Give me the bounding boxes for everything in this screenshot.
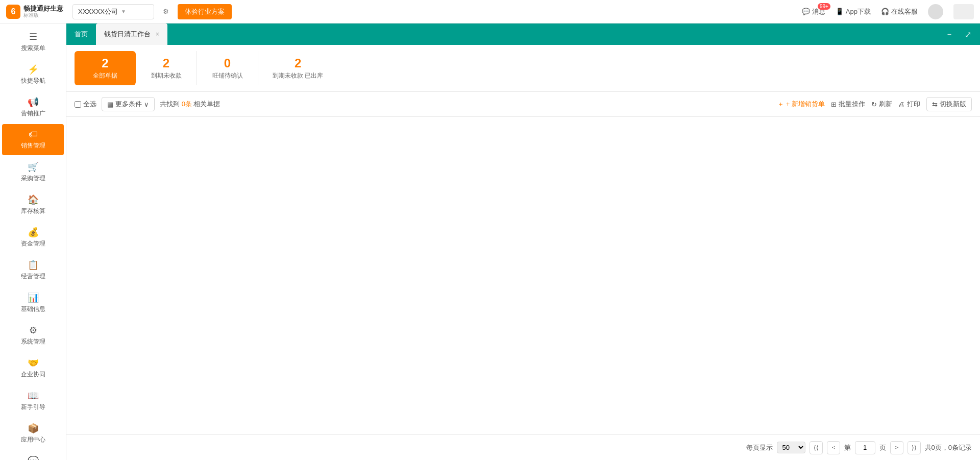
stat-card-0[interactable]: 2 全部单据	[75, 51, 136, 85]
sidebar-icon-7: 📋	[28, 259, 39, 271]
sidebar-item-12[interactable]: 📦 应用中心	[2, 418, 64, 449]
trial-button[interactable]: 体验行业方案	[178, 4, 232, 19]
tab-home[interactable]: 首页	[66, 23, 96, 45]
tab-bar: 首页 钱货日清工作台 × － ⤢	[66, 23, 980, 45]
app-download-button[interactable]: 📱 App下载	[836, 7, 871, 16]
sidebar-label-11: 新手引导	[21, 403, 45, 411]
tab-minimize-button[interactable]: －	[942, 27, 957, 41]
refresh-button[interactable]: ↻ 刷新	[871, 100, 892, 109]
sidebar-item-7[interactable]: 📋 经营管理	[2, 254, 64, 286]
sidebar-item-13[interactable]: 💬 企业微信	[2, 450, 64, 460]
app-icon: 📱	[836, 8, 844, 15]
content-area: 首页 钱货日清工作台 × － ⤢ 2 全部单据 2 到期未收款 0 旺铺待确认 …	[66, 23, 980, 460]
page-label: 第	[844, 443, 851, 452]
first-page-button[interactable]: ⟨⟨	[810, 441, 823, 454]
service-icon: 🎧	[881, 8, 889, 15]
print-icon: 🖨	[898, 101, 905, 108]
pagination-bar: 每页显示 50 100 200 ⟨⟨ ＜ 第 页 ＞ ⟩⟩ 共0页，0条记录	[66, 434, 980, 460]
sidebar-label-6: 资金管理	[21, 239, 45, 248]
logo-sub: 标准版	[23, 12, 63, 18]
company-selector[interactable]: XXXXXX公司 ▼	[72, 4, 154, 19]
message-button[interactable]: 💬 消息 99+	[802, 7, 825, 16]
sidebar-icon-10: 🤝	[28, 357, 39, 369]
sidebar-item-0[interactable]: ☰ 搜索菜单	[2, 26, 64, 58]
sidebar-item-6[interactable]: 💰 资金管理	[2, 222, 64, 253]
switch-label: 切换新版	[940, 100, 966, 109]
online-service-button[interactable]: 🎧 在线客服	[881, 7, 918, 16]
add-sale-button[interactable]: ＋ + 新增销货单	[777, 100, 825, 109]
stat-card-3[interactable]: 2 到期未收款 已出库	[258, 51, 337, 85]
filter-label: 更多条件	[115, 100, 142, 109]
user-name[interactable]	[953, 4, 974, 19]
sidebar-icon-8: 📊	[28, 292, 39, 303]
stat-card-2[interactable]: 0 旺铺待确认	[197, 51, 258, 85]
stat-label-0: 全部单据	[93, 71, 117, 80]
sidebar-icon-1: ⚡	[28, 64, 39, 75]
switch-version-button[interactable]: ⇆ 切换新版	[926, 97, 972, 111]
sidebar-item-5[interactable]: 🏠 库存核算	[2, 189, 64, 221]
active-tab-label: 钱货日清工作台	[104, 30, 151, 39]
found-prefix: 共找到	[160, 100, 180, 108]
app-label: App下载	[846, 7, 871, 16]
tab-close-icon[interactable]: ×	[156, 31, 159, 38]
sidebar-icon-2: 📢	[28, 96, 39, 108]
tab-expand-button[interactable]: ⤢	[961, 27, 975, 41]
last-page-button[interactable]: ⟩⟩	[908, 441, 921, 454]
sidebar-label-2: 营销推广	[21, 109, 45, 118]
page-size-select[interactable]: 50 100 200	[777, 442, 805, 453]
inner-content: 2 全部单据 2 到期未收款 0 旺铺待确认 2 到期未收款 已出库 全选 ▦ …	[66, 45, 980, 460]
switch-icon: ⇆	[932, 101, 938, 108]
page-suffix: 页	[879, 443, 886, 452]
sidebar-item-11[interactable]: 📖 新手引导	[2, 385, 64, 417]
batch-operation-button[interactable]: ⊞ 批量操作	[831, 100, 865, 109]
total-text: 共0页，0条记录	[925, 443, 972, 452]
main-layout: ☰ 搜索菜单 ⚡ 快捷导航 📢 营销推广 🏷 销售管理 🛒 采购管理 🏠 库存核…	[0, 23, 980, 460]
logo-area: 6 畅捷通好生意 标准版	[6, 5, 72, 19]
tab-active[interactable]: 钱货日清工作台 ×	[96, 23, 167, 45]
sidebar-icon-11: 📖	[28, 390, 39, 401]
sidebar-icon-0: ☰	[29, 31, 37, 42]
refresh-label: 刷新	[879, 100, 892, 109]
sidebar-icon-5: 🏠	[28, 194, 39, 205]
sidebar-icon-3: 🏷	[29, 129, 38, 140]
print-button[interactable]: 🖨 打印	[898, 100, 920, 109]
table-area	[66, 117, 980, 434]
message-icon: 💬	[802, 8, 810, 15]
next-page-button[interactable]: ＞	[890, 441, 903, 454]
sidebar: ☰ 搜索菜单 ⚡ 快捷导航 📢 营销推广 🏷 销售管理 🛒 采购管理 🏠 库存核…	[0, 23, 66, 460]
stat-card-1[interactable]: 2 到期未收款	[136, 51, 197, 85]
logo-icon: 6	[6, 5, 20, 19]
home-tab-label: 首页	[75, 30, 88, 39]
sidebar-item-2[interactable]: 📢 营销推广	[2, 91, 64, 123]
checkbox-input[interactable]	[75, 101, 81, 108]
batch-label: 批量操作	[839, 100, 865, 109]
sidebar-item-1[interactable]: ⚡ 快捷导航	[2, 59, 64, 90]
stat-number-2: 0	[224, 56, 231, 70]
sidebar-item-4[interactable]: 🛒 采购管理	[2, 156, 64, 188]
filter-icon: ▦	[107, 101, 113, 108]
tab-bar-actions: － ⤢	[942, 27, 980, 41]
sidebar-item-3[interactable]: 🏷 销售管理	[2, 124, 64, 155]
found-count: 0条	[182, 100, 192, 108]
settings-button[interactable]: ⚙	[158, 4, 174, 19]
sidebar-label-7: 经营管理	[21, 272, 45, 281]
prev-page-button[interactable]: ＜	[827, 441, 840, 454]
filter-button[interactable]: ▦ 更多条件 ∨	[102, 97, 155, 111]
sidebar-label-8: 基础信息	[21, 305, 45, 313]
sidebar-item-8[interactable]: 📊 基础信息	[2, 287, 64, 319]
found-text: 共找到 0条 相关单据	[160, 100, 220, 109]
service-label: 在线客服	[891, 7, 918, 16]
avatar[interactable]	[928, 4, 943, 19]
sidebar-item-9[interactable]: ⚙ 系统管理	[2, 320, 64, 351]
logo-text: 畅捷通好生意 标准版	[23, 5, 63, 19]
sidebar-icon-12: 📦	[28, 423, 39, 434]
add-label: + 新增销货单	[786, 100, 825, 109]
logo-title: 畅捷通好生意	[23, 5, 63, 13]
select-all-checkbox[interactable]: 全选	[75, 100, 96, 109]
sidebar-label-5: 库存核算	[21, 207, 45, 215]
page-input[interactable]	[855, 441, 875, 454]
sidebar-item-10[interactable]: 🤝 企业协同	[2, 352, 64, 384]
sidebar-label-9: 系统管理	[21, 337, 45, 346]
sidebar-label-12: 应用中心	[21, 435, 45, 444]
batch-icon: ⊞	[831, 101, 837, 108]
